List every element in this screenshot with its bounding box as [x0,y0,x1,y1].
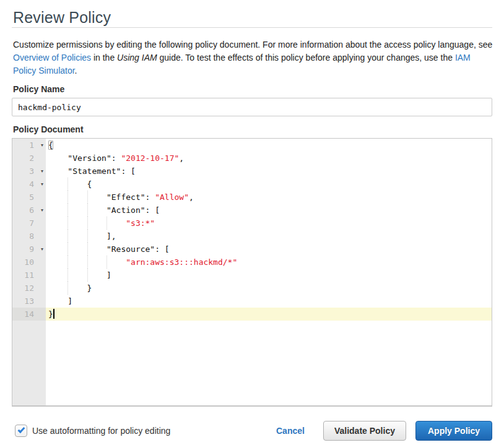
code-text[interactable]: } [46,308,492,321]
code-fold-arrow-icon[interactable]: ▾ [41,165,43,178]
indent-guide [67,191,68,204]
code-token: "s3:*" [126,218,155,228]
code-fold-arrow-icon[interactable]: ▾ [41,204,43,217]
autoformat-checkbox[interactable] [15,425,27,437]
code-token: } [48,309,53,319]
code-token: ], [48,231,116,241]
code-token: "arn:aws:s3:::hackmd/*" [126,257,237,267]
code-token: ] [48,296,72,306]
code-text[interactable]: ] [46,269,492,282]
code-token: "Statement": [ [48,166,136,176]
line-number: 7 [12,217,46,230]
line-number: 3▾ [12,165,46,178]
line-number: 12 [12,282,46,295]
indent-guide [87,230,88,243]
indent-guide [67,269,68,282]
code-line[interactable]: 6▾ "Action": [ [12,204,492,217]
code-text[interactable]: "Version": "2012-10-17", [46,152,492,165]
page-title: Review Policy [13,8,492,27]
code-fold-arrow-icon[interactable]: ▾ [41,178,43,191]
title-divider [12,27,492,28]
code-text[interactable]: ] [46,295,492,308]
footer-bar: Use autoformatting for policy editing Ca… [12,421,492,441]
indent-guide [67,204,68,217]
line-number: 1▾ [12,139,46,152]
code-text[interactable]: "arn:aws:s3:::hackmd/*" [46,256,492,269]
indent-guide [106,217,107,230]
footer-actions: Cancel Validate Policy Apply Policy [276,421,492,441]
code-line[interactable]: 13 ] [12,295,492,308]
line-number: 10 [12,256,46,269]
code-token: "Allow" [155,192,189,202]
code-text[interactable]: "Action": [ [46,204,492,217]
indent-guide [106,256,107,269]
apply-policy-button[interactable]: Apply Policy [415,421,492,441]
code-line[interactable]: 12 } [12,282,492,295]
code-token: ] [48,270,111,280]
code-text[interactable]: "Resource": [ [46,243,492,256]
code-fold-arrow-icon[interactable]: ▾ [41,139,43,152]
checkmark-icon [18,426,25,433]
code-line[interactable]: 4▾ { [12,178,492,191]
cancel-link[interactable]: Cancel [276,426,305,436]
code-token: "Resource": [ [48,244,170,254]
intro-text-4: . [75,66,77,76]
code-line[interactable]: 11 ] [12,269,492,282]
code-text[interactable]: } [46,282,492,295]
code-line[interactable]: 7 "s3:*" [12,217,492,230]
policy-editor-lines: 1▾{2 "Version": "2012-10-17",3▾ "Stateme… [12,139,492,321]
line-number: 4▾ [12,178,46,191]
code-line[interactable]: 14} [12,308,492,321]
line-number: 8 [12,230,46,243]
indent-guide [87,269,88,282]
code-line[interactable]: 1▾{ [12,139,492,152]
intro-paragraph: Customize permissions by editing the fol… [13,38,495,77]
line-number: 9▾ [12,243,46,256]
code-token: "Action": [ [48,205,160,215]
line-number: 5 [12,191,46,204]
line-number: 14 [12,308,46,321]
indent-guide [87,256,88,269]
code-token: { [48,179,92,189]
indent-guide [67,230,68,243]
code-fold-arrow-icon[interactable]: ▾ [41,243,43,256]
autoformat-label[interactable]: Use autoformatting for policy editing [32,426,170,436]
policy-editor[interactable]: 1▾{2 "Version": "2012-10-17",3▾ "Stateme… [12,138,492,407]
code-line[interactable]: 2 "Version": "2012-10-17", [12,152,492,165]
line-number: 6▾ [12,204,46,217]
code-token: "Version": [48,153,121,163]
code-token: "Effect": [48,192,155,202]
intro-text-1: Customize permissions by editing the fol… [13,40,492,50]
code-token: { [48,140,53,150]
overview-of-policies-link[interactable]: Overview of Policies [13,53,91,63]
code-line[interactable]: 3▾ "Statement": [ [12,165,492,178]
code-line[interactable]: 5 "Effect": "Allow", [12,191,492,204]
code-text[interactable]: ], [46,230,492,243]
code-line[interactable]: 8 ], [12,230,492,243]
code-token: "2012-10-17" [121,153,179,163]
code-token: , [189,192,194,202]
indent-guide [67,282,68,295]
code-text[interactable]: "Effect": "Allow", [46,191,492,204]
code-text[interactable]: "s3:*" [46,217,492,230]
policy-document-label: Policy Document [13,124,492,134]
using-iam-guide-name: Using IAM [117,53,157,63]
line-number: 2 [12,152,46,165]
code-line[interactable]: 10 "arn:aws:s3:::hackmd/*" [12,256,492,269]
review-policy-page: Review Policy Customize permissions by e… [0,8,504,441]
intro-text-2: in the [91,53,117,63]
policy-name-input[interactable] [12,98,492,116]
line-number: 13 [12,295,46,308]
validate-policy-button[interactable]: Validate Policy [323,421,406,441]
code-token: } [48,283,92,293]
indent-guide [87,243,88,256]
code-text[interactable]: { [46,139,492,152]
indent-guide [67,178,68,191]
text-cursor [53,309,54,319]
code-line[interactable]: 9▾ "Resource": [ [12,243,492,256]
code-text[interactable]: { [46,178,492,191]
intro-text-3: guide. To test the effects of this polic… [157,53,455,63]
indent-guide [87,204,88,217]
code-text[interactable]: "Statement": [ [46,165,492,178]
code-token: , [179,153,184,163]
